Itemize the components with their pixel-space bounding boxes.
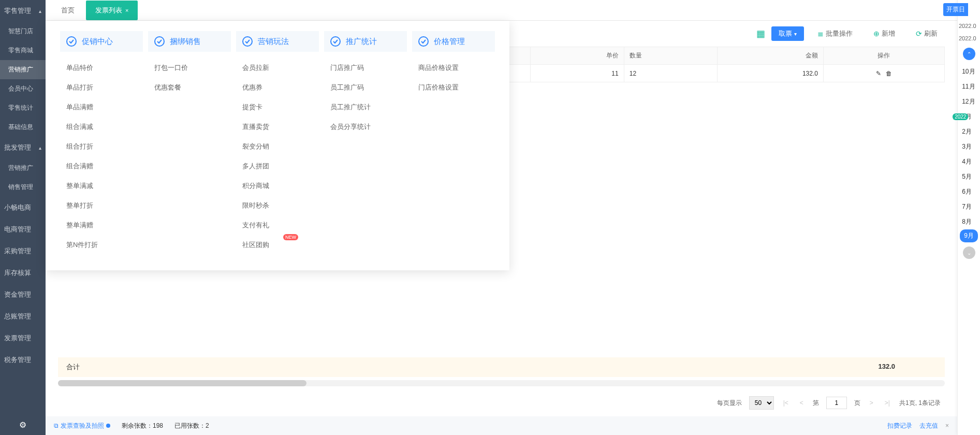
close-icon[interactable]: × [125,7,128,13]
rail-date[interactable]: 2022.0 [958,21,980,31]
refresh-button[interactable]: ⟳ 刷新 [909,26,945,41]
mega-item[interactable]: 多人拼团 [236,156,319,176]
sidebar-item[interactable]: 销售管理 [0,178,46,197]
close-icon[interactable]: × [945,422,949,429]
sidebar-group[interactable]: 批发管理▴ [0,137,46,158]
mega-menu: 促销中心单品特价单品打折单品满赠组合满减组合打折组合满赠整单满减整单打折整单满赠… [46,21,509,270]
month-item[interactable]: 12月 [960,94,978,109]
month-item[interactable]: 8月 [960,214,978,229]
sidebar-group[interactable]: 零售管理▴ [0,0,46,22]
cell-price: 11 [531,65,624,82]
recharge-link[interactable]: 去充值 [919,422,938,430]
per-page-select[interactable]: 50 [749,396,774,410]
mega-item[interactable]: 组合打折 [60,137,143,156]
sidebar-item[interactable]: 零售商城 [0,41,46,60]
batch-button[interactable]: ≣ 批量操作 [810,26,860,41]
svg-point-4 [419,37,428,46]
horizontal-scrollbar[interactable] [58,380,945,386]
mega-item[interactable]: 单品打折 [60,78,143,97]
edit-icon[interactable]: ✎ [876,70,881,77]
last-page-icon[interactable]: >| [883,399,892,407]
month-item[interactable]: 11月 [960,79,978,94]
first-page-icon[interactable]: |< [781,399,791,407]
mega-item[interactable]: 限时秒杀 [236,196,319,215]
month-item[interactable]: 10月 [960,64,978,79]
mega-item[interactable]: 会员拉新 [236,58,319,78]
mega-item[interactable]: 社区团购NEW [236,235,319,255]
month-item[interactable]: 4月 [960,154,978,169]
sidebar-group[interactable]: 小畅电商 [0,197,46,219]
mega-item[interactable]: 整单满赠 [60,215,143,235]
next-page-icon[interactable]: > [868,399,875,407]
gear-icon[interactable]: ⚙ [19,421,26,429]
mega-item[interactable]: 组合满减 [60,117,143,137]
mega-item[interactable]: 直播卖货 [236,117,319,137]
fetch-button[interactable]: 取票 ▾ [771,26,804,41]
deduct-link[interactable]: 扣费记录 [887,422,912,430]
col-amount: 金额 [718,47,824,65]
month-item[interactable]: 3月 [960,139,978,154]
add-button[interactable]: ⊕ 新增 [866,26,902,41]
mega-item[interactable]: 优惠券 [236,78,319,97]
sidebar-group[interactable]: 总账管理 [0,306,46,327]
mega-column: 促销中心单品特价单品打折单品满赠组合满减组合打折组合满赠整单满减整单打折整单满赠… [60,31,143,255]
sidebar-group-label: 库存核算 [4,268,31,278]
sidebar-item[interactable]: 零售统计 [0,98,46,118]
mega-item[interactable]: 裂变分销 [236,137,319,156]
prev-page-icon[interactable]: < [798,399,806,407]
mega-item[interactable]: 组合满赠 [60,156,143,176]
total-label: 合计 [66,363,97,372]
used-count: 已用张数：2 [174,422,209,430]
sidebar-item[interactable]: 智慧门店 [0,22,46,41]
mega-item[interactable]: 第N件打折 [60,235,143,255]
month-item[interactable]: 9月 [960,229,978,242]
mega-item[interactable]: 整单打折 [60,196,143,215]
scroll-down-icon[interactable]: ⌄ [963,247,975,259]
sidebar-item[interactable]: 会员中心 [0,79,46,98]
sidebar-item[interactable]: 营销推广 [0,60,46,79]
sidebar-group-label: 批发管理 [4,143,31,152]
invoice-check-link[interactable]: ⧉ 发票查验及拍照 [54,422,110,430]
fetch-label: 取票 [779,29,792,38]
rail-date[interactable]: 2022.0 [958,33,980,44]
page-input[interactable] [826,397,847,409]
remain-count: 剩余张数：198 [122,422,163,430]
mega-item[interactable]: 门店价格设置 [412,78,495,97]
mega-item[interactable]: 单品满赠 [60,97,143,117]
sidebar-group[interactable]: 采购管理 [0,240,46,262]
mega-item[interactable]: 员工推广码 [324,78,407,97]
mega-item[interactable]: 商品价格设置 [412,58,495,78]
sidebar-group-label: 采购管理 [4,247,31,256]
scroll-up-icon[interactable]: ⌃ [963,48,975,60]
mega-item[interactable]: 提货卡 [236,97,319,117]
mega-item[interactable]: 支付有礼 [236,215,319,235]
footer-bar: ⧉ 发票查验及拍照 剩余张数：198 已用张数：2 扣费记录 去充值 × [46,416,957,435]
sidebar-group[interactable]: 税务管理 [0,349,46,371]
sidebar-group[interactable]: 电商管理 [0,219,46,240]
month-item[interactable]: 7月 [960,199,978,214]
chevron-down-icon: ▾ [794,31,797,37]
mega-item[interactable]: 整单满减 [60,176,143,196]
tab-invoice-list[interactable]: 发票列表 × [86,1,138,20]
month-item[interactable]: 6月 [960,184,978,199]
sidebar-group-label: 总账管理 [4,312,31,321]
mega-item[interactable]: 员工推广统计 [324,97,407,117]
sidebar-item[interactable]: 营销推广 [0,158,46,178]
mega-item[interactable]: 单品特价 [60,58,143,78]
qr-icon[interactable]: ▦ [756,28,765,39]
sidebar-group[interactable]: 发票管理 [0,327,46,349]
invoice-check-label: 发票查验及拍照 [61,422,104,430]
month-item[interactable]: 5月 [960,169,978,184]
mega-item[interactable]: 积分商城 [236,176,319,196]
mega-item[interactable]: 打包一口价 [148,58,231,78]
month-item[interactable]: 2月 [960,124,978,139]
sidebar-group[interactable]: 库存核算 [0,262,46,284]
total-amount: 132.0 [878,363,895,372]
mega-item[interactable]: 优惠套餐 [148,78,231,97]
mega-item[interactable]: 会员分享统计 [324,117,407,137]
sidebar-item[interactable]: 基础信息 [0,118,46,137]
delete-icon[interactable]: 🗑 [886,70,892,77]
tab-home[interactable]: 首页 [52,1,84,20]
sidebar-group[interactable]: 资金管理 [0,284,46,306]
mega-item[interactable]: 门店推广码 [324,58,407,78]
